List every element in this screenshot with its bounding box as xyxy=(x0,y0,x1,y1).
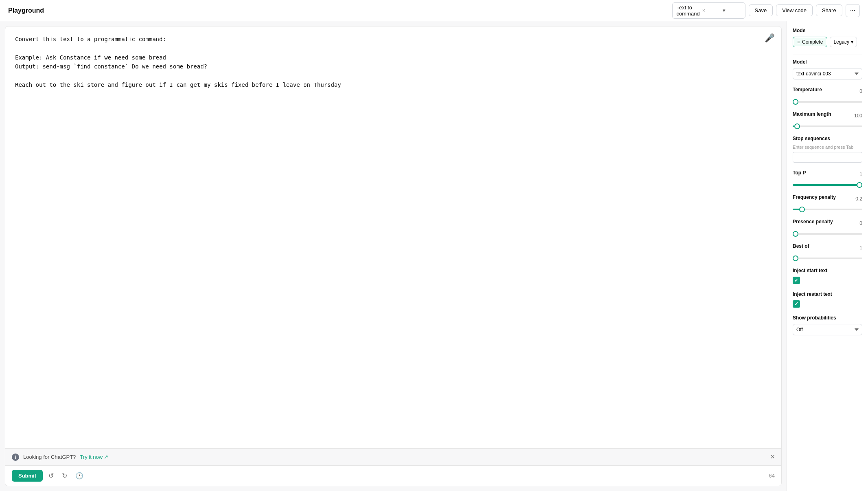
show-prob-select[interactable]: Off Most likely Least likely Full spectr… xyxy=(793,324,862,335)
presence-penalty-slider[interactable] xyxy=(793,233,862,235)
max-length-value: 100 xyxy=(854,113,862,119)
inject-start-section: Inject start text xyxy=(793,268,862,284)
frequency-penalty-value: 0.2 xyxy=(855,196,862,202)
model-label: Model xyxy=(793,59,862,65)
show-prob-label: Show probabilities xyxy=(793,315,862,321)
try-link-text: Try it now xyxy=(80,454,103,460)
redo-button[interactable]: ↻ xyxy=(59,470,70,481)
banner-text: Looking for ChatGPT? xyxy=(23,454,76,460)
presence-penalty-label: Presence penalty xyxy=(793,219,833,225)
microphone-icon[interactable]: 🎤 xyxy=(765,33,775,43)
inject-restart-checkbox[interactable] xyxy=(793,300,800,308)
best-of-slider[interactable] xyxy=(793,258,862,259)
right-panel: Mode ≡ Complete Legacy ▾ Model text-davi… xyxy=(787,21,868,491)
frequency-penalty-row: Frequency penalty 0.2 xyxy=(793,194,862,203)
top-p-slider[interactable] xyxy=(793,184,862,186)
header: Playground Text to command × ▾ Save View… xyxy=(0,0,868,21)
top-p-section: Top P 1 xyxy=(793,170,862,187)
mode-section: Mode ≡ Complete Legacy ▾ xyxy=(793,28,862,47)
submit-button[interactable]: Submit xyxy=(12,470,43,482)
editor-text[interactable]: Convert this text to a programmatic comm… xyxy=(15,35,772,89)
inject-restart-section: Inject restart text xyxy=(793,291,862,308)
temperature-value: 0 xyxy=(859,88,862,94)
mode-row: ≡ Complete Legacy ▾ xyxy=(793,37,862,47)
top-p-row: Top P 1 xyxy=(793,170,862,179)
view-code-button[interactable]: View code xyxy=(776,4,813,16)
banner-close-button[interactable]: × xyxy=(770,453,775,461)
chevron-down-icon: ▾ xyxy=(723,7,741,13)
stop-sequences-label: Stop sequences xyxy=(793,136,862,141)
preset-selector[interactable]: Text to command × ▾ xyxy=(672,2,745,19)
chatgpt-banner: i Looking for ChatGPT? Try it now ↗ × xyxy=(5,448,781,465)
header-actions: Text to command × ▾ Save View code Share… xyxy=(672,2,860,19)
max-length-section: Maximum length 100 xyxy=(793,111,862,128)
legacy-label: Legacy xyxy=(833,39,849,45)
temperature-section: Temperature 0 xyxy=(793,87,862,104)
temperature-slider[interactable] xyxy=(793,101,862,103)
share-button[interactable]: Share xyxy=(816,4,842,16)
editor-footer: Submit ↺ ↻ 🕐 64 xyxy=(5,465,781,486)
banner-content: i Looking for ChatGPT? Try it now ↗ xyxy=(12,454,108,461)
preset-clear-icon[interactable]: × xyxy=(702,8,720,13)
show-prob-section: Show probabilities Off Most likely Least… xyxy=(793,315,862,335)
editor-content[interactable]: Convert this text to a programmatic comm… xyxy=(5,26,781,448)
model-section: Model text-davinci-003 text-davinci-002 … xyxy=(793,59,862,79)
inject-restart-label: Inject restart text xyxy=(793,291,862,297)
complete-icon: ≡ xyxy=(797,39,800,45)
undo-button[interactable]: ↺ xyxy=(46,470,56,481)
top-p-value: 1 xyxy=(859,172,862,177)
history-button[interactable]: 🕐 xyxy=(73,470,86,481)
best-of-value: 1 xyxy=(859,245,862,251)
preset-name: Text to command xyxy=(677,4,700,17)
main-layout: Convert this text to a programmatic comm… xyxy=(0,21,868,491)
model-select[interactable]: text-davinci-003 text-davinci-002 text-c… xyxy=(793,68,862,79)
best-of-row: Best of 1 xyxy=(793,243,862,252)
stop-sequences-section: Stop sequences Enter sequence and press … xyxy=(793,136,862,163)
top-p-label: Top P xyxy=(793,170,806,176)
temperature-row: Temperature 0 xyxy=(793,87,862,96)
max-length-row: Maximum length 100 xyxy=(793,111,862,120)
presence-penalty-section: Presence penalty 0 xyxy=(793,219,862,236)
inject-start-checkbox[interactable] xyxy=(793,277,800,284)
frequency-penalty-section: Frequency penalty 0.2 xyxy=(793,194,862,211)
inject-start-label: Inject start text xyxy=(793,268,862,273)
external-link-icon: ↗ xyxy=(104,454,108,460)
divider-1 xyxy=(793,55,862,55)
best-of-label: Best of xyxy=(793,243,809,249)
footer-left: Submit ↺ ↻ 🕐 xyxy=(12,470,86,482)
stop-sequences-input[interactable] xyxy=(793,152,862,163)
best-of-section: Best of 1 xyxy=(793,243,862,260)
frequency-penalty-slider[interactable] xyxy=(793,209,862,210)
legacy-chevron-icon: ▾ xyxy=(851,39,853,45)
max-length-label: Maximum length xyxy=(793,111,831,117)
presence-penalty-row: Presence penalty 0 xyxy=(793,219,862,228)
mode-label: Mode xyxy=(793,28,862,33)
complete-label: Complete xyxy=(802,39,823,45)
max-length-slider[interactable] xyxy=(793,126,862,127)
char-count: 64 xyxy=(769,473,775,479)
presence-penalty-value: 0 xyxy=(859,220,862,226)
temperature-label: Temperature xyxy=(793,87,822,92)
frequency-penalty-label: Frequency penalty xyxy=(793,194,836,200)
complete-mode-button[interactable]: ≡ Complete xyxy=(793,37,827,47)
editor-area: Convert this text to a programmatic comm… xyxy=(5,26,782,486)
more-options-button[interactable]: ··· xyxy=(846,4,860,17)
app-title: Playground xyxy=(8,7,44,14)
legacy-mode-button[interactable]: Legacy ▾ xyxy=(830,37,857,47)
save-button[interactable]: Save xyxy=(749,4,773,16)
stop-sequences-hint: Enter sequence and press Tab xyxy=(793,145,862,150)
info-icon: i xyxy=(12,454,19,461)
try-now-link[interactable]: Try it now ↗ xyxy=(80,454,108,460)
